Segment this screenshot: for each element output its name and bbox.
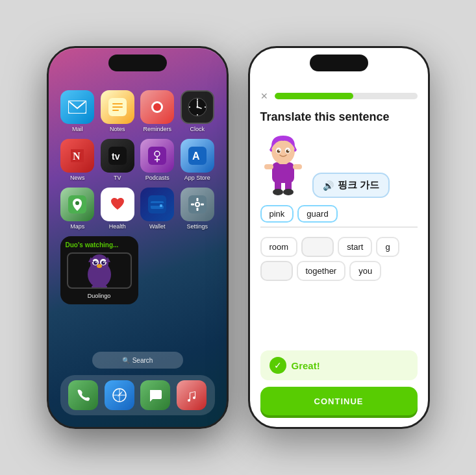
app-reminders[interactable]: Reminders (140, 90, 175, 132)
dock-messages[interactable] (140, 380, 170, 410)
dock-safari[interactable] (105, 380, 134, 410)
svg-rect-4 (112, 106, 123, 108)
svg-point-48 (92, 285, 98, 289)
word-chip-together[interactable]: together (297, 261, 346, 281)
progress-bar-fill (275, 93, 353, 99)
svg-point-14 (197, 114, 198, 116)
svg-rect-38 (201, 204, 204, 206)
svg-point-66 (286, 150, 289, 153)
svg-rect-5 (112, 110, 119, 111)
svg-rect-60 (293, 164, 302, 169)
svg-text:tv: tv (112, 151, 120, 162)
korean-bubble[interactable]: 🔊 핑크 가드 (312, 173, 390, 198)
svg-point-13 (197, 99, 198, 100)
app-settings[interactable]: Settings (180, 188, 215, 230)
svg-point-16 (205, 106, 206, 108)
great-check-icon: ✓ (269, 357, 286, 374)
app-tv[interactable]: tv TV (100, 139, 135, 181)
svg-rect-36 (196, 208, 198, 211)
svg-rect-59 (264, 164, 273, 169)
progress-bar-bg (275, 93, 418, 99)
great-text: Great! (292, 360, 320, 371)
svg-point-44 (101, 261, 105, 265)
svg-rect-3 (112, 103, 123, 104)
app-clock-label: Clock (190, 126, 205, 132)
app-health[interactable]: Health (100, 188, 135, 230)
word-chip-g[interactable]: g (376, 237, 399, 257)
notch-left (108, 55, 167, 71)
character-svg (260, 133, 306, 198)
word-chip-empty2 (260, 261, 293, 281)
app-podcasts[interactable]: Podcasts (140, 139, 175, 181)
dock-phone[interactable] (68, 380, 98, 410)
close-button[interactable]: ✕ (260, 91, 268, 101)
answer-area: pink guard (260, 204, 418, 228)
app-notes[interactable]: Notes (100, 90, 135, 132)
app-mail-label: Mail (72, 126, 83, 132)
app-settings-label: Settings (186, 223, 208, 230)
svg-point-49 (101, 285, 107, 289)
svg-point-65 (277, 150, 280, 153)
app-tv-label: TV (114, 175, 121, 181)
word-chip-you[interactable]: you (349, 261, 381, 281)
answer-chip-guard[interactable]: guard (297, 205, 337, 223)
app-clock[interactable]: Clock (180, 90, 215, 132)
svg-text:N: N (73, 151, 81, 162)
svg-point-56 (273, 189, 283, 195)
svg-point-57 (283, 189, 294, 195)
app-maps-label: Maps (70, 223, 84, 230)
word-bank: room start g together you (260, 237, 418, 281)
scene: Mail Notes Reminders (0, 0, 476, 475)
great-banner: ✓ Great! (260, 350, 418, 380)
app-wallet[interactable]: Wallet (140, 188, 175, 230)
svg-text:A: A (192, 151, 200, 162)
speaker-icon[interactable]: 🔊 (323, 180, 334, 191)
app-reminders-label: Reminders (143, 126, 171, 132)
app-wallet-label: Wallet (149, 223, 166, 230)
app-news[interactable]: N News (60, 139, 95, 181)
app-maps[interactable]: Maps (60, 188, 95, 230)
svg-rect-58 (272, 162, 294, 183)
svg-point-34 (196, 203, 199, 206)
widget-header: Duo's watching... (66, 241, 133, 249)
phone-right: ✕ Translate this sentence (248, 46, 430, 429)
svg-point-43 (94, 261, 97, 265)
answer-chip-pink[interactable]: pink (260, 205, 294, 223)
app-appstore[interactable]: A App Store (180, 139, 215, 181)
app-notes-label: Notes (110, 126, 125, 132)
svg-point-68 (288, 150, 289, 151)
duolingo-widget[interactable]: Duo's watching... (60, 236, 138, 304)
word-chip-start[interactable]: start (338, 237, 372, 257)
search-bar-text: Search (132, 357, 153, 364)
app-podcasts-label: Podcasts (145, 175, 169, 181)
continue-button[interactable]: CONTINUE (260, 387, 418, 415)
character-row: 🔊 핑크 가드 (260, 133, 418, 198)
app-mail[interactable]: Mail (60, 90, 95, 132)
progress-row: ✕ (260, 91, 418, 101)
word-chip-room[interactable]: room (260, 237, 298, 257)
svg-rect-35 (196, 198, 198, 201)
svg-point-67 (279, 150, 280, 151)
svg-point-7 (153, 103, 161, 111)
phone-left: Mail Notes Reminders (47, 46, 229, 429)
notch-right (310, 55, 368, 71)
svg-marker-53 (118, 391, 123, 397)
dock-music[interactable] (177, 380, 207, 410)
dock (60, 375, 215, 415)
svg-point-27 (75, 201, 79, 205)
app-news-label: News (70, 175, 85, 181)
search-bar[interactable]: 🔍 Search (92, 352, 183, 369)
svg-rect-31 (160, 204, 162, 207)
svg-point-15 (189, 106, 190, 108)
app-grid: Mail Notes Reminders (60, 90, 215, 230)
translate-title: Translate this sentence (260, 110, 418, 124)
svg-point-46 (103, 262, 105, 263)
korean-text: 핑크 가드 (338, 179, 379, 191)
widget-label: Duolingo (66, 293, 133, 299)
word-chip-empty1 (301, 237, 334, 257)
app-health-label: Health (109, 223, 126, 230)
svg-rect-37 (191, 204, 194, 206)
svg-point-45 (95, 262, 97, 263)
svg-point-47 (97, 264, 102, 268)
duo-character-svg (83, 252, 116, 289)
